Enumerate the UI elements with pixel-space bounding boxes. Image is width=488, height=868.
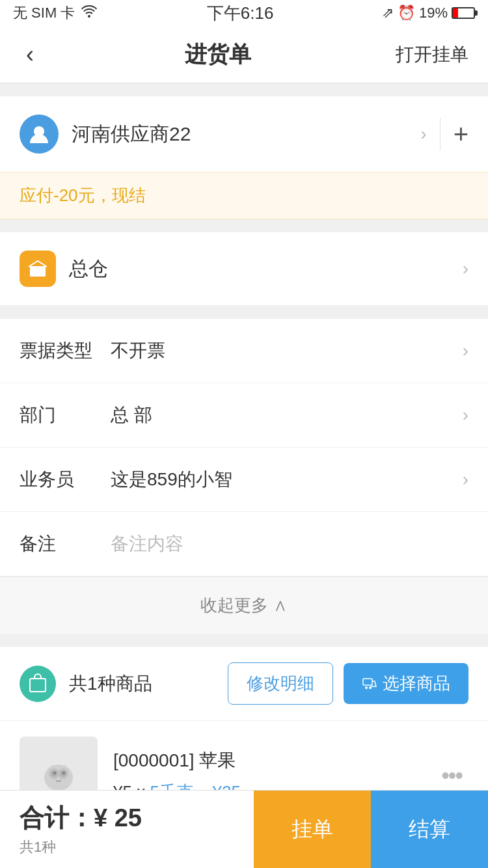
- invoice-type-row[interactable]: 票据类型 不开票 ›: [0, 319, 488, 383]
- dept-label: 部门: [20, 403, 98, 427]
- status-bar: 无 SIM 卡 下午6:16 ⇗ ⏰ 19%: [0, 0, 488, 26]
- supplier-avatar: [20, 115, 59, 154]
- hang-order-label: 挂单: [291, 815, 333, 844]
- svg-point-4: [365, 686, 368, 689]
- open-pending-button[interactable]: 打开挂单: [396, 42, 468, 67]
- notice-bar: 应付-20元，现结: [0, 172, 488, 219]
- form-section: 票据类型 不开票 › 部门 总 部 › 业务员 这是859的小智 › 备注 备注…: [0, 319, 488, 576]
- status-left: 无 SIM 卡: [13, 3, 98, 23]
- edit-detail-button[interactable]: 修改明细: [228, 662, 333, 705]
- product-title: 苹果: [199, 750, 236, 770]
- svg-rect-3: [363, 679, 372, 685]
- back-button[interactable]: ‹: [20, 34, 40, 75]
- warehouse-section: 总仓 ›: [0, 232, 488, 306]
- svg-point-6: [44, 765, 73, 791]
- invoice-type-label: 票据类型: [20, 338, 98, 363]
- sales-row[interactable]: 业务员 这是859的小智 ›: [0, 448, 488, 512]
- dept-row[interactable]: 部门 总 部 ›: [0, 383, 488, 448]
- bottom-bar: 合计：¥ 25 共1种 挂单 结算: [0, 790, 488, 868]
- remark-input[interactable]: 备注内容: [98, 532, 468, 556]
- sales-value: 这是859的小智: [98, 467, 463, 492]
- status-right: ⇗ ⏰ 19%: [382, 5, 475, 21]
- product-code: [0000001]: [113, 750, 195, 770]
- collapse-bar[interactable]: 收起更多 ∧: [0, 576, 488, 634]
- battery-icon: [452, 7, 475, 19]
- checkout-button[interactable]: 结算: [371, 791, 488, 868]
- alarm-icon: ⏰: [398, 5, 415, 21]
- dept-value: 总 部: [98, 403, 463, 427]
- wifi-icon: [80, 5, 98, 21]
- svg-rect-1: [30, 266, 46, 277]
- warehouse-arrow-icon: ›: [463, 258, 468, 279]
- product-header: 共1种商品 修改明细 选择商品: [0, 647, 488, 720]
- hang-order-button[interactable]: 挂单: [254, 791, 371, 868]
- sales-arrow-icon: ›: [463, 469, 468, 490]
- cart-icon: [362, 676, 377, 692]
- supplier-arrow-icon: ›: [420, 124, 426, 144]
- select-product-button[interactable]: 选择商品: [344, 663, 468, 704]
- remark-label: 备注: [20, 532, 98, 556]
- status-time: 下午6:16: [207, 2, 274, 25]
- notice-text: 应付-20元，现结: [20, 185, 146, 205]
- product-count: 共1种商品: [69, 671, 228, 696]
- total-count: 共1种: [20, 837, 234, 857]
- nav-bar: ‹ 进货单 打开挂单: [0, 26, 488, 83]
- warehouse-row[interactable]: 总仓 ›: [0, 232, 488, 306]
- invoice-type-value: 不开票: [98, 338, 463, 363]
- product-name: [0000001] 苹果: [113, 748, 435, 773]
- dept-arrow-icon: ›: [463, 405, 468, 426]
- svg-rect-2: [30, 679, 46, 692]
- total-section: 合计：¥ 25 共1种: [0, 791, 254, 868]
- add-supplier-button[interactable]: +: [454, 120, 468, 149]
- product-icon: [20, 666, 56, 702]
- battery-percent: 19%: [419, 5, 448, 21]
- warehouse-icon: [20, 251, 56, 287]
- select-product-label: 选择商品: [383, 672, 450, 695]
- total-label: 合计：: [20, 804, 94, 832]
- invoice-type-arrow-icon: ›: [463, 340, 468, 361]
- warehouse-name: 总仓: [69, 256, 463, 282]
- total-amount: 合计：¥ 25: [20, 802, 234, 835]
- carrier-text: 无 SIM 卡: [13, 3, 75, 23]
- checkout-label: 结算: [409, 815, 450, 844]
- svg-point-11: [53, 772, 57, 775]
- page-title: 进货单: [185, 40, 251, 70]
- supplier-name: 河南供应商22: [72, 121, 420, 148]
- supplier-divider: [440, 118, 441, 150]
- svg-point-12: [62, 772, 66, 775]
- remark-row[interactable]: 备注 备注内容: [0, 512, 488, 576]
- location-icon: ⇗: [382, 5, 394, 21]
- total-value: ¥ 25: [94, 804, 142, 832]
- supplier-section: 河南供应商22 › + 应付-20元，现结: [0, 96, 488, 219]
- collapse-label: 收起更多 ∧: [200, 595, 287, 615]
- supplier-row[interactable]: 河南供应商22 › +: [0, 96, 488, 172]
- sales-label: 业务员: [20, 467, 98, 492]
